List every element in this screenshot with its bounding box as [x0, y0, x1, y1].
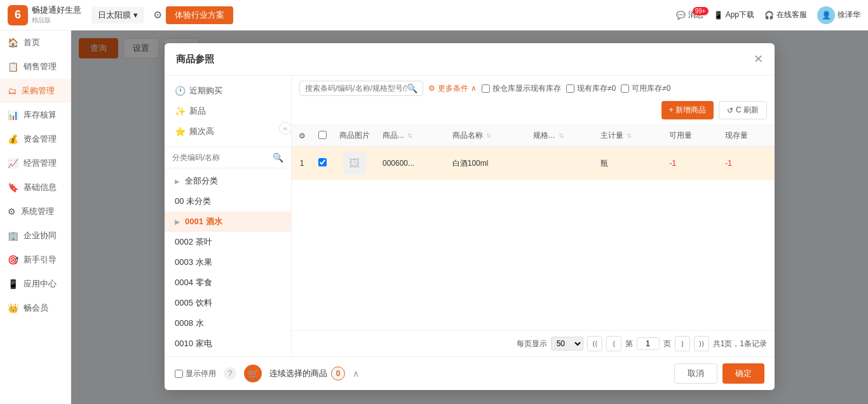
headset-icon: 🎧	[764, 11, 774, 20]
category-search-icon[interactable]: 🔍	[273, 152, 283, 163]
filter-chevron-up-icon: ∧	[471, 84, 477, 93]
usable-nonzero-checkbox[interactable]	[621, 84, 629, 93]
product-available-cell: -1	[663, 147, 719, 180]
main-layout: 🏠 首页 📋 销售管理 🗂 采购管理 📊 库存核算 💰 资金管理 📈 经营管理 …	[0, 30, 868, 404]
frequent-icon: ⭐	[175, 126, 186, 137]
refresh-product-button[interactable]: ↺ C 刷新	[719, 101, 767, 119]
gear-icon[interactable]: ⚙	[153, 9, 162, 21]
sort-name-icon: ⇅	[486, 132, 491, 139]
category-search-input[interactable]	[172, 153, 269, 162]
chevron-down-icon: ▾	[133, 10, 138, 20]
first-page-button[interactable]: ⟨⟨	[587, 336, 602, 351]
product-search-icon[interactable]: 🔍	[407, 83, 417, 93]
user-icon: 👤	[822, 11, 831, 20]
sidebar: 🏠 首页 📋 销售管理 🗂 采购管理 📊 库存核算 💰 资金管理 📈 经营管理 …	[0, 30, 71, 404]
sidebar-item-basic[interactable]: 🔖 基础信息	[0, 175, 71, 199]
category-item-0010[interactable]: 0010 家电	[165, 333, 291, 354]
quick-nav-new[interactable]: ✨ 新品	[165, 101, 291, 121]
stock-icon: 📊	[8, 110, 18, 120]
refresh-icon: ↺	[727, 106, 733, 115]
category-item-0003[interactable]: 0003 水果	[165, 252, 291, 273]
check-available-nonzero[interactable]: 现有库存≠0	[566, 83, 616, 94]
nav-dropdown[interactable]: 日太阳膜 ▾	[92, 7, 144, 24]
sidebar-item-operation[interactable]: 📈 经营管理	[0, 151, 71, 175]
online-service-button[interactable]: 🎧 在线客服	[764, 10, 807, 20]
avatar: 👤	[817, 6, 835, 24]
available-nonzero-checkbox[interactable]	[566, 84, 574, 93]
product-reference-modal: 商品参照 ✕ 🕐 近期购买 ✨	[165, 43, 775, 390]
by-warehouse-checkbox[interactable]	[482, 84, 490, 93]
category-item-00[interactable]: 00 未分类	[165, 191, 291, 212]
product-stock-cell: -1	[719, 147, 775, 180]
check-by-warehouse[interactable]: 按仓库显示现有库存	[482, 83, 561, 94]
active-arrow-icon: ▶	[175, 219, 180, 226]
basic-icon: 🔖	[8, 182, 18, 192]
sidebar-item-stock[interactable]: 📊 库存核算	[0, 103, 71, 127]
filter-more-button[interactable]: ⚙ 更多条件 ∧	[428, 83, 477, 94]
cancel-button[interactable]: 取消	[674, 363, 717, 384]
app-icon: 📱	[8, 279, 18, 289]
sidebar-item-system[interactable]: ⚙ 系统管理	[0, 199, 71, 224]
show-disabled-checkbox[interactable]	[175, 370, 183, 378]
cart-button[interactable]: 🛒	[244, 365, 262, 382]
sidebar-item-enterprise[interactable]: 🏢 企业协同	[0, 224, 71, 248]
footer-right: 取消 确定	[674, 363, 764, 384]
filter-icon: ⚙	[428, 84, 435, 93]
category-item-0005[interactable]: 0005 饮料	[165, 293, 291, 313]
table-row[interactable]: 1 🖼 000600...	[292, 147, 775, 180]
page-size-select[interactable]: 50 20 100	[551, 337, 583, 351]
add-product-button[interactable]: + 新增商品	[661, 101, 714, 119]
collapse-cart-icon[interactable]: ∧	[353, 368, 359, 379]
member-icon: 👑	[8, 303, 18, 313]
category-item-0002[interactable]: 0002 茶叶	[165, 232, 291, 252]
operation-icon: 📈	[8, 158, 18, 168]
col-product-name: 商品名称 ⇅	[446, 125, 527, 147]
cart-label[interactable]: 连续选择的商品 0	[269, 367, 345, 380]
user-avatar[interactable]: 👤 徐泽华	[817, 6, 860, 24]
product-unit-cell: 瓶	[594, 147, 663, 180]
sidebar-item-purchase[interactable]: 🗂 采购管理	[0, 79, 71, 103]
product-search-input[interactable]	[305, 84, 407, 93]
check-usable-nonzero[interactable]: 可用库存≠0	[621, 83, 670, 94]
product-spec-cell	[527, 147, 594, 180]
sidebar-item-sales[interactable]: 📋 销售管理	[0, 55, 71, 79]
purchase-icon: 🗂	[8, 86, 17, 96]
collapse-panel-button[interactable]: ‹‹	[279, 122, 292, 135]
app-download-button[interactable]: 📱 App下载	[714, 10, 754, 20]
sidebar-item-guide[interactable]: 🎯 新手引导	[0, 248, 71, 272]
finance-icon: 💰	[8, 134, 18, 144]
quick-nav-recent[interactable]: 🕐 近期购买	[165, 81, 291, 101]
confirm-button[interactable]: 确定	[722, 363, 764, 384]
sidebar-item-app[interactable]: 📱 应用中心	[0, 272, 71, 296]
home-icon: 🏠	[8, 37, 18, 48]
footer-left: 显示停用 ? 🛒 连续选择的商品 0 ∧	[175, 365, 359, 382]
sidebar-item-finance[interactable]: 💰 资金管理	[0, 127, 71, 151]
col-unit: 主计量 ⇅	[594, 125, 663, 147]
col-checkbox	[312, 125, 333, 147]
modal-close-button[interactable]: ✕	[754, 52, 763, 66]
trial-button[interactable]: 体验行业方案	[166, 6, 233, 24]
row-checkbox[interactable]	[318, 158, 327, 166]
total-info: 共1页，1条记录	[713, 339, 767, 349]
select-all-checkbox[interactable]	[318, 131, 327, 139]
sidebar-item-member[interactable]: 👑 畅会员	[0, 296, 71, 320]
message-button[interactable]: 💬 消息 99+	[676, 10, 703, 20]
cart-count: 0	[331, 367, 345, 380]
modal-body: 🕐 近期购买 ✨ 新品 ⭐ 频次高	[165, 76, 775, 356]
category-item-0004[interactable]: 0004 零食	[165, 273, 291, 293]
category-item-all[interactable]: ▶ 全部分类	[165, 171, 291, 191]
sidebar-item-home[interactable]: 🏠 首页	[0, 30, 71, 55]
top-navigation: 6 畅捷通好生意 精品版 日太阳膜 ▾ ⚙ 体验行业方案 💬 消息 99+ 📱 …	[0, 0, 868, 30]
chevron-left-icon: ‹‹	[283, 125, 288, 132]
prev-page-button[interactable]: ⟨	[606, 336, 621, 351]
category-item-0008[interactable]: 0008 水	[165, 313, 291, 333]
show-disabled-label[interactable]: 显示停用	[175, 368, 216, 379]
message-badge: 99+	[693, 7, 709, 15]
next-page-button[interactable]: ⟩	[675, 336, 690, 351]
page-number-input[interactable]	[637, 337, 660, 350]
category-item-0001[interactable]: ▶ 0001 酒水	[165, 212, 291, 232]
help-icon[interactable]: ?	[224, 367, 236, 380]
last-page-button[interactable]: ⟩⟩	[694, 336, 709, 351]
quick-nav-frequent[interactable]: ⭐ 频次高	[165, 121, 291, 142]
product-table-wrapper: ⚙ 商品图片 商品...	[292, 125, 775, 331]
